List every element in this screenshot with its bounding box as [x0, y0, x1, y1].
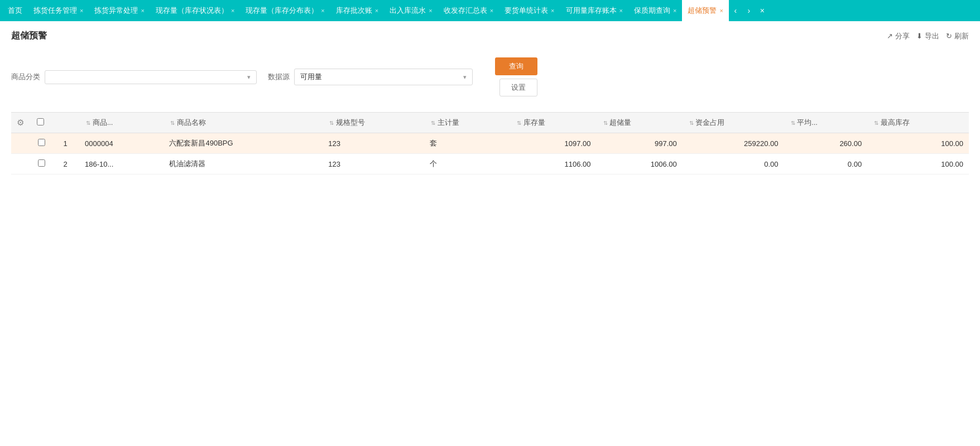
refresh-button[interactable]: ↻ 刷新 — [946, 31, 969, 41]
header-actions: ↗ 分享 ⬇ 导出 ↻ 刷新 — [887, 31, 969, 41]
nav-inventory-status[interactable]: 现存量（库存状况表） × — [150, 0, 240, 21]
nav-home[interactable]: 首页 — [2, 0, 28, 21]
share-icon: ↗ — [887, 32, 893, 40]
select-all-checkbox[interactable] — [37, 118, 44, 125]
col-header-avg: ⇅ 平均... — [784, 113, 868, 133]
row-gear-cell — [11, 154, 31, 174]
row-overstock: 1006.00 — [597, 154, 683, 174]
table-header-row: ⚙ ⇅ 商品... ⇅ 商品名称 ⇅ 规格型号 — [11, 113, 969, 133]
row-spec: 123 — [323, 133, 424, 154]
col-header-stock: ⇅ 库存量 — [510, 113, 596, 133]
row-spec: 123 — [323, 154, 424, 174]
close-icon[interactable]: × — [490, 7, 493, 14]
row-no: 2 — [51, 154, 79, 174]
top-navigation: 首页 拣货任务管理 × 拣货异常处理 × 现存量（库存状况表） × 现存量（库存… — [0, 0, 980, 21]
row-check-cell — [31, 133, 51, 154]
close-icon[interactable]: × — [551, 7, 554, 14]
nav-arrow-left[interactable]: ‹ — [729, 0, 742, 21]
export-button[interactable]: ⬇ 导出 — [916, 31, 939, 41]
sort-icon[interactable]: ⇅ — [431, 120, 435, 126]
col-header-check — [31, 113, 51, 133]
close-icon[interactable]: × — [429, 7, 432, 14]
col-header-max-stock: ⇅ 最高库存 — [867, 113, 969, 133]
nav-abnormal[interactable]: 拣货异常处理 × — [89, 0, 150, 21]
nav-order-stats[interactable]: 要货单统计表 × — [499, 0, 560, 21]
filter-area: 商品分类 ▾ 数据源 可用量 ▾ 查询 设置 — [11, 51, 969, 103]
row-unit: 个 — [424, 154, 510, 174]
sort-icon[interactable]: ⇅ — [791, 120, 795, 126]
row-product-code: 0000004 — [79, 133, 164, 154]
sort-icon[interactable]: ⇅ — [170, 120, 175, 126]
row-gear-cell — [11, 133, 31, 154]
sort-icon[interactable]: ⇅ — [329, 120, 334, 126]
col-header-unit: ⇅ 主计量 — [424, 113, 510, 133]
close-icon[interactable]: × — [619, 7, 623, 14]
row-product-name: 机油滤清器 — [164, 154, 323, 174]
row-capital: 259220.00 — [683, 133, 784, 154]
export-icon: ⬇ — [916, 32, 923, 40]
nav-inout-flow[interactable]: 出入库流水 × — [384, 0, 438, 21]
nav-collect-summary[interactable]: 收发存汇总表 × — [438, 0, 499, 21]
row-stock: 1106.00 — [510, 154, 596, 174]
settings-gear-icon[interactable]: ⚙ — [17, 118, 24, 127]
nav-available-ledger[interactable]: 可用量库存账本 × — [560, 0, 628, 21]
page-title: 超储预警 — [11, 30, 47, 42]
category-select[interactable]: ▾ — [45, 70, 257, 84]
row-check-cell — [31, 154, 51, 174]
nav-overstock-warning[interactable]: 超储预警 × — [682, 0, 728, 21]
close-icon[interactable]: × — [375, 7, 378, 14]
close-icon[interactable]: × — [231, 7, 234, 14]
sort-icon[interactable]: ⇅ — [517, 120, 521, 126]
col-header-product-code: ⇅ 商品... — [79, 113, 164, 133]
nav-arrow-right[interactable]: › — [742, 0, 756, 21]
row-checkbox[interactable] — [38, 159, 45, 167]
row-capital: 0.00 — [683, 154, 784, 174]
col-header-product-name: ⇅ 商品名称 — [164, 113, 323, 133]
row-avg: 260.00 — [784, 133, 868, 154]
datasource-select[interactable]: 可用量 ▾ — [294, 69, 473, 85]
close-icon[interactable]: × — [719, 7, 723, 14]
chevron-down-icon: ▾ — [247, 74, 251, 81]
settings-button[interactable]: 设置 — [499, 79, 537, 96]
datasource-filter: 数据源 可用量 ▾ — [268, 69, 473, 85]
row-no: 1 — [51, 133, 79, 154]
datasource-label: 数据源 — [268, 72, 290, 82]
table-row: 2 186-10... 机油滤清器 123 个 1106.00 1006.00 … — [11, 154, 969, 174]
page-content: 超储预警 ↗ 分享 ⬇ 导出 ↻ 刷新 商品分类 ▾ 数据源 — [0, 21, 980, 446]
datasource-select-value: 可用量 — [300, 72, 322, 82]
nav-batch-ledger[interactable]: 库存批次账 × — [330, 0, 384, 21]
category-filter: 商品分类 ▾ — [11, 70, 257, 84]
col-header-spec: ⇅ 规格型号 — [323, 113, 424, 133]
sort-icon[interactable]: ⇅ — [874, 120, 878, 126]
nav-task-mgmt[interactable]: 拣货任务管理 × — [28, 0, 89, 21]
row-overstock: 997.00 — [597, 133, 683, 154]
page-header: 超储预警 ↗ 分享 ⬇ 导出 ↻ 刷新 — [11, 30, 969, 42]
row-max-stock: 100.00 — [867, 154, 969, 174]
nav-inventory-dist[interactable]: 现存量（库存分布表） × — [240, 0, 330, 21]
close-icon[interactable]: × — [141, 7, 144, 14]
col-header-gear: ⚙ — [11, 113, 31, 133]
query-button[interactable]: 查询 — [495, 57, 537, 75]
row-checkbox[interactable] — [38, 139, 45, 146]
col-header-overstock: ⇅ 超储量 — [597, 113, 683, 133]
nav-arrow-close[interactable]: × — [756, 0, 769, 21]
refresh-icon: ↻ — [946, 32, 952, 40]
chevron-down-icon: ▾ — [463, 74, 467, 81]
category-label: 商品分类 — [11, 72, 40, 82]
row-product-code: 186-10... — [79, 154, 164, 174]
sort-icon[interactable]: ⇅ — [86, 120, 90, 126]
row-product-name: 六配套新昌490BPG — [164, 133, 323, 154]
sort-icon[interactable]: ⇅ — [603, 120, 608, 126]
sort-icon[interactable]: ⇅ — [689, 120, 694, 126]
data-table: ⚙ ⇅ 商品... ⇅ 商品名称 ⇅ 规格型号 — [11, 112, 969, 174]
table-row: 1 0000004 六配套新昌490BPG 123 套 1097.00 997.… — [11, 133, 969, 154]
col-header-capital: ⇅ 资金占用 — [683, 113, 784, 133]
close-icon[interactable]: × — [321, 7, 324, 14]
share-button[interactable]: ↗ 分享 — [887, 31, 910, 41]
col-header-no — [51, 113, 79, 133]
row-max-stock: 100.00 — [867, 133, 969, 154]
close-icon[interactable]: × — [673, 7, 676, 14]
row-unit: 套 — [424, 133, 510, 154]
nav-quality-check[interactable]: 保质期查询 × — [628, 0, 682, 21]
close-icon[interactable]: × — [80, 7, 83, 14]
